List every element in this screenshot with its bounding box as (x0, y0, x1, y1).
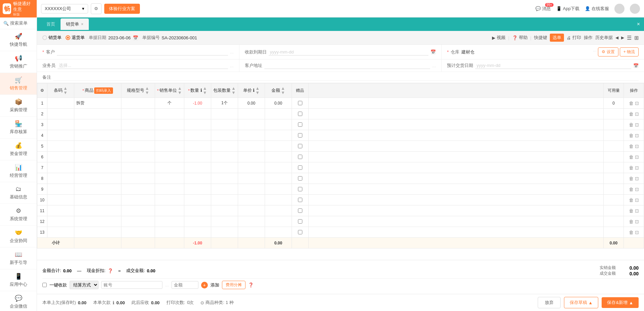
row-qty-12[interactable] (184, 216, 211, 227)
row-unit-3[interactable] (155, 119, 184, 130)
sidebar-item-5[interactable]: 🏪库存核算 (0, 117, 37, 139)
row-pkg-qty-13[interactable] (211, 227, 238, 238)
sidebar-item-7[interactable]: 📊经营管理 (0, 160, 37, 182)
row-spec-1[interactable] (121, 98, 155, 109)
message-btn[interactable]: 💬 消息 99+ (535, 6, 551, 12)
row-gift-6[interactable] (292, 152, 308, 162)
row-qty-1[interactable]: -1.00 (184, 98, 211, 109)
help-btn[interactable]: ❓ 帮助 (512, 35, 528, 41)
delete-btn-9[interactable]: 🗑 (629, 187, 634, 192)
due-date-input[interactable] (269, 49, 429, 55)
sidebar-item-13[interactable]: 💬企业微信 (0, 291, 37, 311)
print-btn[interactable]: 🖨 打印 (567, 35, 581, 41)
row-unit-2[interactable] (155, 109, 184, 119)
delete-btn-4[interactable]: 🗑 (629, 133, 634, 138)
row-amount-1[interactable]: 0.00 (265, 98, 292, 109)
sidebar-item-12[interactable]: 📱应用中心 (0, 269, 37, 291)
row-barcode-8[interactable] (47, 173, 74, 184)
grid-view-btn[interactable]: ⊞ (634, 35, 639, 41)
row-qty-11[interactable] (184, 205, 211, 216)
delete-btn-7[interactable]: 🗑 (629, 165, 634, 170)
row-barcode-12[interactable] (47, 216, 74, 227)
copy-btn-11[interactable]: ⊡ (635, 208, 639, 213)
row-gift-13[interactable] (292, 227, 308, 238)
row-pkg-qty-6[interactable] (211, 152, 238, 162)
trial-button[interactable]: 体验行业方案 (104, 4, 140, 14)
row-price-13[interactable] (238, 227, 265, 238)
account-dots[interactable]: ... (165, 282, 169, 287)
row-gift-2[interactable] (292, 109, 308, 119)
row-pkg-qty-7[interactable] (211, 162, 238, 173)
row-spec-12[interactable] (121, 216, 155, 227)
customer-input[interactable] (57, 49, 228, 55)
row-product-7[interactable] (74, 162, 121, 173)
row-pkg-qty-8[interactable] (211, 173, 238, 184)
row-product-10[interactable] (74, 195, 121, 205)
row-qty-10[interactable] (184, 195, 211, 205)
delete-btn-8[interactable]: 🗑 (629, 176, 634, 181)
row-qty-8[interactable] (184, 173, 211, 184)
row-price-8[interactable] (238, 173, 265, 184)
salesman-input[interactable] (58, 62, 228, 69)
row-amount-11[interactable] (265, 205, 292, 216)
row-price-5[interactable] (238, 141, 265, 152)
row-pkg-qty-5[interactable] (211, 141, 238, 152)
row-pkg-qty-4[interactable] (211, 130, 238, 141)
row-pkg-qty-1[interactable]: 1个 (211, 98, 238, 109)
row-pkg-qty-10[interactable] (211, 195, 238, 205)
sidebar-item-3[interactable]: 🛒销售管理 (0, 73, 37, 95)
operate-btn[interactable]: 操作 (584, 35, 593, 41)
tab-home[interactable]: 首页 (41, 18, 61, 30)
row-barcode-7[interactable] (47, 162, 74, 173)
row-pkg-qty-11[interactable] (211, 205, 238, 216)
row-barcode-9[interactable] (47, 184, 74, 195)
row-barcode-2[interactable] (47, 109, 74, 119)
settings-right-btn[interactable]: ⚙ 设置 (598, 47, 618, 56)
row-qty-13[interactable] (184, 227, 211, 238)
debt-icon[interactable]: ℹ (113, 300, 114, 305)
expected-date-input[interactable] (475, 62, 631, 69)
row-barcode-10[interactable] (47, 195, 74, 205)
row-product-4[interactable] (74, 130, 121, 141)
tab-close-all[interactable]: × (637, 21, 640, 27)
row-price-6[interactable] (238, 152, 265, 162)
calc-method-select[interactable]: 结算方式 (70, 281, 99, 289)
video-btn[interactable]: ▶ 视频 (492, 35, 505, 41)
row-spec-10[interactable] (121, 195, 155, 205)
row-spec-11[interactable] (121, 205, 155, 216)
row-product-1[interactable]: 拆货 (74, 98, 121, 109)
row-qty-7[interactable] (184, 162, 211, 173)
row-unit-6[interactable] (155, 152, 184, 162)
calendar-icon-3[interactable]: 📅 (633, 63, 639, 68)
row-amount-12[interactable] (265, 216, 292, 227)
shortcut-btn[interactable]: 快捷键 (534, 35, 547, 41)
amount-input[interactable] (172, 281, 198, 289)
radio-sales[interactable]: 销货单 (42, 35, 62, 41)
sidebar-item-8[interactable]: 🗂基础信息 (0, 182, 37, 204)
row-amount-2[interactable] (265, 109, 292, 119)
add-payment-btn[interactable]: + (201, 282, 208, 288)
calendar-icon[interactable]: 📅 (133, 35, 138, 40)
row-amount-10[interactable] (265, 195, 292, 205)
customer-addr-input[interactable] (264, 62, 430, 69)
row-spec-13[interactable] (121, 227, 155, 238)
row-gift-12[interactable] (292, 216, 308, 227)
next-btn[interactable]: ▶ (621, 35, 624, 40)
account-input[interactable] (101, 281, 162, 289)
row-price-12[interactable] (238, 216, 265, 227)
row-unit-9[interactable] (155, 184, 184, 195)
row-product-5[interactable] (74, 141, 121, 152)
row-spec-6[interactable] (121, 152, 155, 162)
user-avatar-2[interactable] (630, 4, 640, 14)
copy-btn-5[interactable]: ⊡ (635, 144, 639, 149)
copy-btn-4[interactable]: ⊡ (635, 133, 639, 138)
th-settings[interactable]: ⚙ (37, 83, 47, 98)
abandon-button[interactable]: 放弃 (538, 297, 561, 308)
copy-btn-1[interactable]: ⊡ (635, 101, 639, 106)
calendar-icon-2[interactable]: 📅 (430, 49, 436, 54)
list-view-btn[interactable]: ☰ (627, 35, 632, 41)
row-barcode-1[interactable] (47, 98, 74, 109)
row-product-6[interactable] (74, 152, 121, 162)
row-gift-11[interactable] (292, 205, 308, 216)
row-product-8[interactable] (74, 173, 121, 184)
